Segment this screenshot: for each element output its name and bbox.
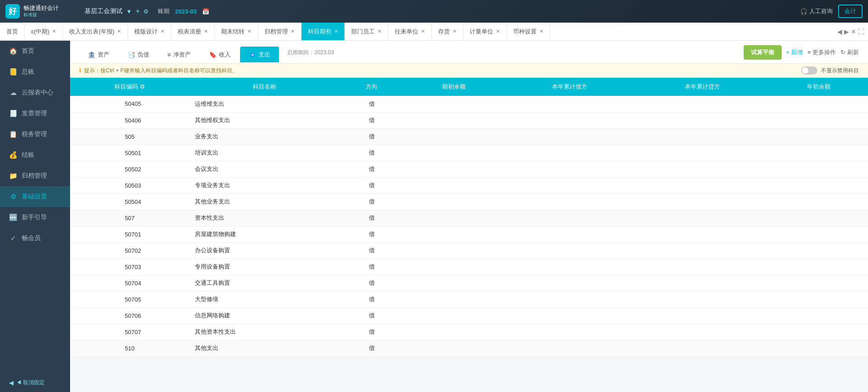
sidebar-item-settle[interactable]: 💰 结账 <box>0 145 70 165</box>
tab-close-icon[interactable]: ✕ <box>160 28 165 34</box>
cell-ytd-debit <box>503 112 636 128</box>
balance-button[interactable]: 试算平衡 <box>744 45 782 60</box>
cell-year-initial <box>769 242 868 259</box>
cell-ytd-credit <box>636 112 769 128</box>
table-row[interactable]: 50707 其他资本性支出 借 <box>70 324 868 340</box>
tab-prev-btn[interactable]: ◀ <box>837 28 842 35</box>
tab-close-icon[interactable]: ✕ <box>334 28 338 34</box>
table-row[interactable]: 50405 运维维支出 借 <box>70 96 868 112</box>
table-row[interactable]: 50501 培训支出 借 <box>70 145 868 161</box>
add-button[interactable]: + 新增 <box>786 48 803 57</box>
table-row[interactable]: 50701 房屋建筑物购建 借 <box>70 226 868 242</box>
cell-year-initial <box>769 340 868 356</box>
tab-department[interactable]: 部门员工 ✕ <box>345 23 388 40</box>
tab-close-icon[interactable]: ✕ <box>539 28 543 34</box>
cell-name: 其他支出 <box>189 340 339 356</box>
table-row[interactable]: 50503 专项业务支出 借 <box>70 177 868 194</box>
tab-close-icon[interactable]: ✕ <box>453 28 457 34</box>
cell-initial-balance <box>404 210 503 226</box>
cell-ytd-credit <box>636 340 769 356</box>
cell-ytd-credit <box>636 194 769 210</box>
table-row[interactable]: 505 业务支出 借 <box>70 128 868 145</box>
cell-name: 业务支出 <box>189 128 339 145</box>
logo-area: 好 畅捷通好会计 标准版 <box>5 4 75 19</box>
sidebar-item-archive[interactable]: 📁 归档管理 <box>0 165 70 186</box>
account-button[interactable]: 会计 <box>838 5 863 18</box>
sidebar-item-guide[interactable]: 🆕 新手引导 <box>0 207 70 228</box>
cell-direction: 借 <box>339 128 404 145</box>
disable-toggle[interactable] <box>801 66 817 75</box>
cat-tab-net-asset[interactable]: ≡ 净资产 <box>159 47 199 62</box>
sidebar-item-settings[interactable]: ⚙ 基础设置 <box>0 186 70 207</box>
tab-close-icon[interactable]: ✕ <box>291 28 295 34</box>
tab-tax-table[interactable]: 税表清册 ✕ <box>171 23 215 40</box>
cell-initial-balance <box>404 145 503 161</box>
table-row[interactable]: 50704 交通工具购置 借 <box>70 275 868 291</box>
cell-ytd-debit <box>503 242 636 259</box>
tab-close-icon[interactable]: ✕ <box>421 28 425 34</box>
consult-button[interactable]: 🎧 人工咨询 <box>800 7 833 15</box>
tab-archive[interactable]: 归档管理 ✕ <box>258 23 302 40</box>
tab-close-icon[interactable]: ✕ <box>496 28 500 34</box>
tab-related-unit[interactable]: 往来单位 ✕ <box>388 23 432 40</box>
company-name: 基层工会测试 <box>85 7 123 15</box>
sidebar-item-tax[interactable]: 📋 税务管理 <box>0 124 70 145</box>
table-row[interactable]: 50702 办公设备购置 借 <box>70 242 868 259</box>
settings-icon[interactable]: ⚙ <box>143 8 149 15</box>
cell-year-initial <box>769 177 868 194</box>
cell-year-initial <box>769 96 868 112</box>
hint-bar: ℹ 提示：按Ctrl + F键并输入科目编码或者科目名称可以查找科目。 不显示禁… <box>70 64 868 78</box>
more-button[interactable]: ≡ 更多操作 <box>807 48 836 57</box>
tab-close-icon[interactable]: ✕ <box>117 28 121 34</box>
table-row[interactable]: 50502 会议支出 借 <box>70 161 868 177</box>
cell-name: 其他业务支出 <box>189 194 339 210</box>
table-row[interactable]: 50504 其他业务支出 借 <box>70 194 868 210</box>
table-row[interactable]: 50703 专用设备购置 借 <box>70 259 868 275</box>
cell-name: 会议支出 <box>189 161 339 177</box>
tab-currency[interactable]: 币种设置 ✕ <box>507 23 550 40</box>
tab-close-all-btn[interactable]: ✕ <box>851 28 856 35</box>
tab-expand-btn[interactable]: ⛶ <box>858 28 864 35</box>
cat-tab-expense[interactable]: 💠 支出 <box>240 47 279 62</box>
cat-tab-liability[interactable]: 📑 负债 <box>119 47 158 62</box>
tab-close-icon[interactable]: ✕ <box>247 28 251 34</box>
tab-income-annual[interactable]: 收入支出表(年报) ✕ <box>63 23 128 40</box>
sidebar-item-home[interactable]: 🏠 首页 <box>0 41 70 61</box>
cell-year-initial <box>769 128 868 145</box>
tab-inventory[interactable]: 存货 ✕ <box>432 23 463 40</box>
calendar-icon[interactable]: 📅 <box>202 8 209 15</box>
tab-close-icon[interactable]: ✕ <box>377 28 382 34</box>
column-settings-icon[interactable]: ⚙ <box>140 83 145 90</box>
tab-template[interactable]: 模版设计 ✕ <box>128 23 171 40</box>
tab-home[interactable]: 首页 <box>0 23 25 40</box>
cell-ytd-credit <box>636 210 769 226</box>
dropdown-icon[interactable]: ▼ <box>126 8 132 15</box>
tab-close-icon[interactable]: ✕ <box>52 28 56 34</box>
tab-period-end[interactable]: 期末结转 ✕ <box>215 23 258 40</box>
table-row[interactable]: 50706 信息网络购建 借 <box>70 307 868 324</box>
sidebar-item-reports[interactable]: ☁ 云报表中心 <box>0 82 70 103</box>
sidebar-item-ledger[interactable]: 📒 总账 <box>0 61 70 82</box>
refresh-button[interactable]: ↻ 刷新 <box>840 48 859 57</box>
table-row[interactable]: 50406 其他维权支出 借 <box>70 112 868 128</box>
cat-tab-asset[interactable]: 🏦 资产 <box>79 47 118 62</box>
cell-initial-balance <box>404 128 503 145</box>
cell-name: 资本性支出 <box>189 210 339 226</box>
sidebar-item-invoice[interactable]: 🧾 发票管理 <box>0 103 70 124</box>
cat-tab-income[interactable]: 🔖 收入 <box>200 47 239 62</box>
cell-code: 50503 <box>70 177 189 194</box>
sidebar-item-member[interactable]: ✓ 畅会员 <box>0 228 70 249</box>
tab-mid-period[interactable]: ε(中期) ✕ <box>25 23 63 40</box>
col-ytd-debit: 本年累计借方 <box>503 78 636 96</box>
tab-next-btn[interactable]: ▶ <box>844 28 849 35</box>
sidebar-collapse-btn[interactable]: ◀ ◀ 取消固定 <box>0 373 70 392</box>
tab-close-icon[interactable]: ✕ <box>204 28 208 34</box>
table-row[interactable]: 510 其他支出 借 <box>70 340 868 356</box>
tab-subject-initial[interactable]: 科目期初 ✕ <box>302 23 345 40</box>
cell-ytd-credit <box>636 275 769 291</box>
table-row[interactable]: 507 资本性支出 借 <box>70 210 868 226</box>
tab-measure-unit[interactable]: 计量单位 ✕ <box>463 23 507 40</box>
cell-ytd-credit <box>636 307 769 324</box>
table-row[interactable]: 50705 大型修缮 借 <box>70 291 868 307</box>
add-company-btn[interactable]: + <box>136 7 140 15</box>
